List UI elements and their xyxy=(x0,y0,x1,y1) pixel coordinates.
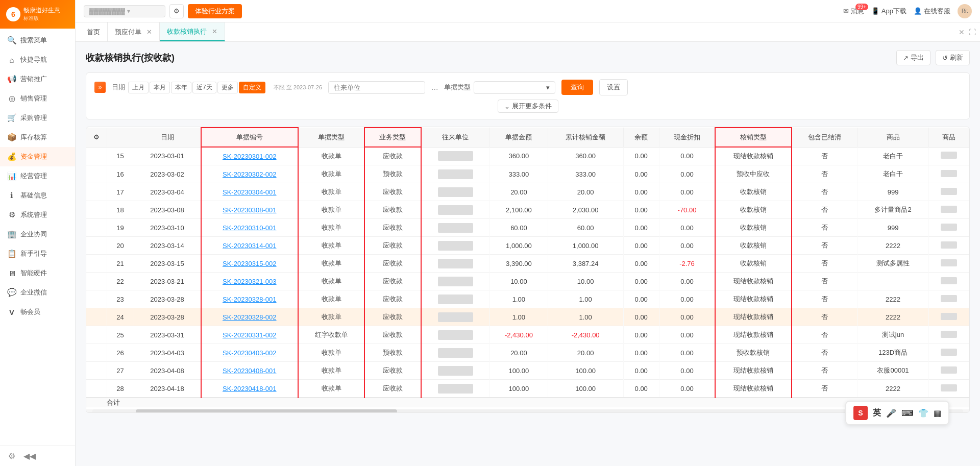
message-icon: ✉ xyxy=(843,7,849,15)
col-docno-cell[interactable]: SK-20230331-002 xyxy=(201,326,299,344)
col-totalcancel-cell: 10.00 xyxy=(548,273,623,290)
query-button[interactable]: 查询 xyxy=(561,80,593,95)
tab-home[interactable]: 首页 xyxy=(80,22,108,41)
col-docno-cell[interactable]: SK-20230310-001 xyxy=(201,219,299,237)
date-this-month[interactable]: 本月 xyxy=(150,82,170,93)
col-canceltype-cell: 收款核销 xyxy=(715,201,791,219)
col-includesettled-cell: 否 xyxy=(792,201,857,219)
sidebar-item-hardware[interactable]: 🖥 智能硬件 xyxy=(0,263,75,283)
col-docno-cell[interactable]: SK-20230304-001 xyxy=(201,183,299,201)
sidebar-item-inventory[interactable]: 📦 库存核算 xyxy=(0,128,75,147)
col-amount-cell: 20.00 xyxy=(490,344,548,362)
col-includesettled-cell: 否 xyxy=(792,219,857,237)
sidebar-item-member[interactable]: V 畅会员 xyxy=(0,302,75,322)
close-tab-receipt-icon[interactable]: ✕ xyxy=(212,28,217,35)
col-product1-cell: 999 xyxy=(857,219,928,237)
refresh-button[interactable]: ↺ 刷新 xyxy=(936,50,970,65)
col-docno-cell[interactable]: SK-20230328-001 xyxy=(201,290,299,308)
date-this-year[interactable]: 本年 xyxy=(171,82,191,93)
table-body: 15 2023-03-01 SK-20230301-002 收款单 应收款 ██… xyxy=(86,147,969,398)
sidebar-item-purchase[interactable]: 🛒 采购管理 xyxy=(0,108,75,128)
col-doctype-header: 单据类型 xyxy=(298,128,364,147)
sidebar-item-label: 企业微信 xyxy=(20,288,47,297)
col-balance-cell: 0.00 xyxy=(623,308,659,326)
maximize-icon[interactable]: ⛶ xyxy=(969,28,976,36)
col-docno-cell[interactable]: SK-20230403-002 xyxy=(201,344,299,362)
export-button[interactable]: ↗ 导出 xyxy=(896,50,930,65)
sidebar-item-marketing[interactable]: 📢 营销推广 xyxy=(0,69,75,89)
guide-icon: 📋 xyxy=(7,249,16,258)
counterparty-input[interactable] xyxy=(328,81,425,94)
horizontal-scrollbar[interactable] xyxy=(92,409,963,413)
date-more[interactable]: 更多 xyxy=(217,82,238,93)
user-avatar[interactable]: Rit xyxy=(958,4,972,18)
date-last-month[interactable]: 上月 xyxy=(128,82,149,93)
col-date-header: 日期 xyxy=(134,128,201,147)
col-docno-cell[interactable]: SK-20230418-001 xyxy=(201,380,299,398)
doc-type-select[interactable]: ▾ xyxy=(474,81,555,94)
tab-receipt[interactable]: 收款核销执行 ✕ xyxy=(160,22,225,41)
sidebar-item-wechat[interactable]: 💬 企业微信 xyxy=(0,283,75,302)
customer-service-button[interactable]: 👤 在线客服 xyxy=(914,7,950,16)
sidebar-item-corp[interactable]: 🏢 企业协同 xyxy=(0,225,75,244)
col-docno-cell[interactable]: SK-20230321-003 xyxy=(201,273,299,290)
sidebar-item-finance[interactable]: 💰 资金管理 xyxy=(0,147,75,166)
sidebar-item-search[interactable]: 🔍 搜索菜单 xyxy=(0,31,75,50)
date-custom[interactable]: 自定义 xyxy=(239,82,265,93)
col-docno-cell[interactable]: SK-20230328-002 xyxy=(201,308,299,326)
table-row: 21 2023-03-15 SK-20230315-002 收款单 应收款 ██… xyxy=(86,255,969,273)
col-docno-cell[interactable]: SK-20230314-001 xyxy=(201,237,299,255)
col-product1-cell xyxy=(857,273,928,290)
col-docno-cell[interactable]: SK-20230301-002 xyxy=(201,147,299,165)
col-totalcancel-cell: 20.00 xyxy=(548,183,623,201)
col-no-cell: 25 xyxy=(107,326,134,344)
filter-dots[interactable]: ... xyxy=(431,83,438,92)
filter-expand-btn[interactable]: » xyxy=(94,82,106,93)
col-no-cell: 18 xyxy=(107,201,134,219)
col-docno-cell[interactable]: SK-20230308-001 xyxy=(201,201,299,219)
col-biztype-cell: 应收款 xyxy=(364,362,421,380)
sidebar-item-system[interactable]: ⚙ 系统管理 xyxy=(0,205,75,225)
close-tab-prepay-icon[interactable]: ✕ xyxy=(146,28,152,36)
col-balance-header: 余额 xyxy=(623,128,659,147)
col-docno-cell[interactable]: SK-20230315-002 xyxy=(201,255,299,273)
sidebar-collapse-icon[interactable]: ◀◀ xyxy=(23,451,36,461)
col-date-cell: 2023-04-08 xyxy=(134,362,201,380)
notification-button[interactable]: ✉ 消息 99+ xyxy=(843,7,864,16)
col-cashdisc-cell: 0.00 xyxy=(659,237,715,255)
sidebar-item-operations[interactable]: 📊 经营管理 xyxy=(0,166,75,186)
date-options: 上月 本月 本年 近7天 更多 自定义 xyxy=(128,82,265,93)
gear-button[interactable]: ⚙ xyxy=(169,4,184,18)
app-download-button[interactable]: 📱 App下载 xyxy=(871,7,906,16)
col-totalcancel-cell: 360.00 xyxy=(548,147,623,165)
expand-more-btn[interactable]: ⌄ 展开更多条件 xyxy=(498,100,558,113)
col-includesettled-cell: 否 xyxy=(792,255,857,273)
col-settings-header[interactable]: ⚙ xyxy=(86,128,107,147)
date-7days[interactable]: 近7天 xyxy=(192,82,216,93)
industry-btn[interactable]: 体验行业方案 xyxy=(188,4,242,18)
col-product2-cell xyxy=(928,308,969,326)
tab-prepay[interactable]: 预应付单 ✕ xyxy=(108,22,160,41)
sidebar-logo: 6 畅康道好生意 标准版 xyxy=(0,0,75,29)
sidebar-item-sales[interactable]: ◎ 销售管理 xyxy=(0,89,75,108)
col-docno-cell[interactable]: SK-20230408-001 xyxy=(201,362,299,380)
sidebar-settings-icon[interactable]: ⚙ xyxy=(8,451,15,461)
col-product2-cell xyxy=(928,147,969,165)
table-footer-row: 合计 xyxy=(86,398,969,407)
settings-button[interactable]: 设置 xyxy=(599,79,628,95)
col-docno-cell[interactable]: SK-20230302-002 xyxy=(201,165,299,183)
close-all-icon[interactable]: ✕ xyxy=(959,28,965,36)
scroll-thumb[interactable] xyxy=(136,409,397,413)
sidebar: 6 畅康道好生意 标准版 🔍 搜索菜单 ⌂ 快捷导航 📢 营销推广 ◎ 销售管理… xyxy=(0,0,76,466)
watermark-logo: S xyxy=(853,406,868,420)
workspace-selector[interactable]: ▓▓▓▓▓▓▓▓ ▾ xyxy=(84,5,165,17)
col-product2-cell xyxy=(928,362,969,380)
sidebar-item-guide[interactable]: 📋 新手引导 xyxy=(0,244,75,263)
col-product2-cell xyxy=(928,344,969,362)
topbar-left: ▓▓▓▓▓▓▓▓ ▾ ⚙ 体验行业方案 xyxy=(84,4,837,18)
sidebar-item-quick[interactable]: ⌂ 快捷导航 xyxy=(0,50,75,69)
col-balance-cell: 0.00 xyxy=(623,201,659,219)
sidebar-item-base[interactable]: ℹ 基础信息 xyxy=(0,186,75,205)
col-balance-cell: 0.00 xyxy=(623,237,659,255)
filter-date-field: 日期 上月 本月 本年 近7天 更多 自定义 不限 至 2023-07-26 xyxy=(112,82,322,93)
